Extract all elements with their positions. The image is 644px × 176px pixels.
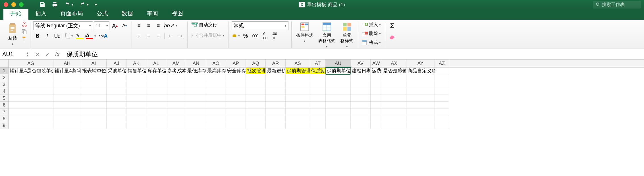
cell[interactable]	[371, 122, 382, 129]
cell[interactable]	[435, 102, 449, 109]
cell[interactable]	[206, 109, 226, 115]
cell[interactable]	[206, 115, 226, 122]
column-header-AW[interactable]: AW	[371, 60, 382, 67]
cell[interactable]	[166, 81, 186, 88]
font-size-select[interactable]: 11	[94, 21, 109, 30]
cell[interactable]	[107, 115, 126, 122]
cell[interactable]: 最低库存	[186, 67, 206, 74]
cell[interactable]	[310, 74, 326, 81]
cell[interactable]	[351, 122, 371, 129]
column-header-AU[interactable]: AU	[326, 60, 351, 67]
cell[interactable]	[107, 102, 126, 109]
cell[interactable]	[126, 88, 146, 95]
cell[interactable]	[351, 81, 371, 88]
cell[interactable]	[186, 109, 206, 115]
font-color-button[interactable]: A	[87, 32, 95, 40]
cell[interactable]	[326, 81, 351, 88]
cell[interactable]	[310, 95, 326, 102]
paste-button[interactable]: 粘贴 ▾	[5, 21, 20, 46]
fx-icon[interactable]: fx	[55, 51, 60, 58]
tab-insert[interactable]: 插入	[28, 7, 53, 20]
cell[interactable]	[371, 88, 382, 95]
align-middle-icon[interactable]: ≡	[144, 21, 153, 30]
cell[interactable]	[435, 95, 449, 102]
format-painter-icon[interactable]	[22, 36, 27, 42]
cell[interactable]	[166, 122, 186, 129]
close-window-icon[interactable]	[4, 2, 8, 7]
cell[interactable]	[435, 109, 449, 115]
column-header-AP[interactable]: AP	[226, 60, 246, 67]
cell[interactable]	[246, 122, 266, 129]
italic-button[interactable]: I	[43, 32, 51, 40]
cell[interactable]	[326, 122, 351, 129]
cell[interactable]: 运费	[371, 67, 382, 74]
wrap-text-button[interactable]: 自动换行	[190, 21, 218, 28]
cell[interactable]	[266, 88, 286, 95]
cell[interactable]	[126, 81, 146, 88]
align-bottom-icon[interactable]: ≡	[154, 21, 163, 30]
column-header-AI[interactable]: AI	[81, 60, 107, 67]
cell[interactable]	[81, 88, 107, 95]
cell[interactable]	[186, 95, 206, 102]
cell[interactable]	[310, 102, 326, 109]
cell[interactable]	[53, 122, 81, 129]
delete-cells-button[interactable]: 删除▾	[361, 30, 382, 37]
cell[interactable]: 商品自定义项	[406, 67, 435, 74]
cell[interactable]	[226, 122, 246, 129]
cell[interactable]	[166, 102, 186, 109]
cell[interactable]	[382, 81, 406, 88]
cell[interactable]: 保质期单位	[326, 67, 351, 74]
cell[interactable]	[81, 109, 107, 115]
cell[interactable]	[126, 102, 146, 109]
copy-icon[interactable]	[22, 29, 27, 34]
cell[interactable]	[435, 74, 449, 81]
bold-button[interactable]: B	[33, 32, 42, 40]
cell[interactable]	[186, 81, 206, 88]
search-sheet-box[interactable]: 搜索工作表	[593, 1, 641, 9]
cell[interactable]	[107, 122, 126, 129]
cell[interactable]	[326, 102, 351, 109]
cell[interactable]	[186, 88, 206, 95]
cell[interactable]	[146, 81, 166, 88]
cell[interactable]	[166, 74, 186, 81]
name-box[interactable]: AU1▲▼	[0, 49, 31, 59]
column-header-AV[interactable]: AV	[351, 60, 371, 67]
column-header-AL[interactable]: AL	[146, 60, 166, 67]
cell[interactable]	[406, 102, 435, 109]
decrease-indent-icon[interactable]: ⇤	[166, 32, 175, 40]
currency-icon[interactable]	[232, 32, 240, 40]
cell[interactable]: 保质期管理	[286, 67, 310, 74]
decrease-font-icon[interactable]: A▾	[120, 21, 129, 30]
cell[interactable]	[382, 88, 406, 95]
cell[interactable]	[166, 88, 186, 95]
eraser-icon[interactable]	[388, 33, 396, 41]
font-name-select[interactable]: 等线 Regular (正文)	[33, 21, 93, 30]
row-header[interactable]: 6	[0, 102, 9, 109]
cell[interactable]	[146, 95, 166, 102]
cell[interactable]	[81, 122, 107, 129]
cell[interactable]	[435, 122, 449, 129]
underline-button[interactable]: U▾	[53, 32, 61, 40]
tab-review[interactable]: 审阅	[140, 7, 165, 20]
cell[interactable]	[286, 88, 310, 95]
cell[interactable]	[226, 95, 246, 102]
cell[interactable]: 批次管理	[246, 67, 266, 74]
column-header-AO[interactable]: AO	[206, 60, 226, 67]
select-all-corner[interactable]	[0, 60, 9, 67]
cell[interactable]	[371, 74, 382, 81]
cell[interactable]	[146, 102, 166, 109]
cell[interactable]: 库存单位	[146, 67, 166, 74]
cell[interactable]	[266, 81, 286, 88]
maximize-window-icon[interactable]	[19, 2, 24, 7]
cell[interactable]	[226, 109, 246, 115]
cell[interactable]	[286, 109, 310, 115]
qat-customize-icon[interactable]: ▾	[95, 2, 97, 7]
cell[interactable]	[286, 74, 310, 81]
cell[interactable]: 保质期	[310, 67, 326, 74]
border-button[interactable]	[65, 32, 73, 40]
tab-data[interactable]: 数据	[115, 7, 140, 20]
cell[interactable]	[206, 102, 226, 109]
cell[interactable]	[107, 109, 126, 115]
cell[interactable]	[146, 109, 166, 115]
cell[interactable]	[406, 115, 435, 122]
